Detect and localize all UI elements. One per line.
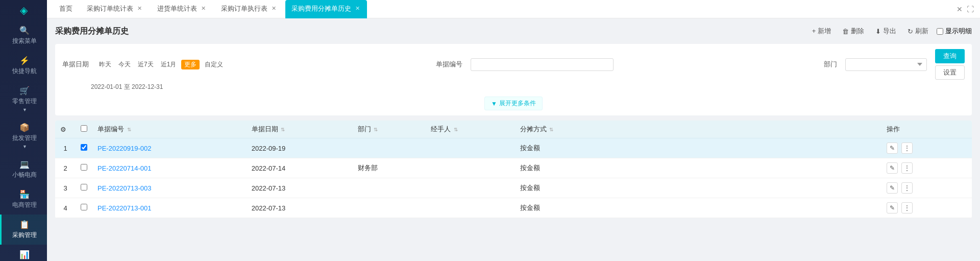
row-dept-2 — [353, 178, 426, 198]
row-docno-1[interactable]: PE-20220714-001 — [92, 158, 247, 178]
row-more-0[interactable]: ⋮ — [901, 143, 913, 154]
sort-dept[interactable]: ⇅ — [374, 127, 378, 132]
row-method-2: 按金额 — [515, 178, 881, 198]
row-date-2: 2022-07-13 — [247, 178, 353, 198]
row-edit-1[interactable]: ✎ — [887, 162, 898, 174]
tab-purchase-exec[interactable]: 采购订单执行表 ✕ — [215, 0, 283, 18]
delete-button[interactable]: 🗑 删除 — [839, 25, 867, 38]
row-docno-0[interactable]: PE-20220919-002 — [92, 138, 247, 158]
wholesale-icon: 📦 — [19, 123, 30, 132]
row-dept-1: 财务部 — [353, 158, 426, 178]
th-method: 分摊方式 ⇅ — [515, 121, 881, 138]
sort-docno[interactable]: ⇅ — [127, 127, 131, 132]
sidebar-item-inventory[interactable]: 📊 库存核算 — [0, 245, 47, 261]
fullscreen-icon[interactable]: ⛶ — [967, 5, 974, 13]
date-label: 单据日期 — [62, 60, 89, 69]
row-dept-0 — [353, 138, 426, 158]
purchase-icon: 📋 — [19, 220, 30, 229]
sort-handler[interactable]: ⇅ — [454, 127, 458, 132]
th-checkbox[interactable] — [76, 121, 92, 138]
dept-select[interactable]: 财务部 — [845, 58, 927, 71]
tab-home[interactable]: 首页 — [53, 0, 79, 18]
filter-row-1: 单据日期 昨天 今天 近7天 近1月 更多 自定义 单据编号 部门 财务部 — [62, 49, 965, 80]
ecom-icon: 🏪 — [19, 189, 30, 199]
tab-purchase-cost-history[interactable]: 采购费用分摊单历史 ✕ — [285, 0, 367, 18]
row-more-1[interactable]: ⋮ — [901, 162, 913, 174]
shortcut-1month[interactable]: 近1月 — [159, 60, 179, 69]
sidebar-item-wholesale[interactable]: 📦 批发管理 ▼ — [0, 117, 47, 154]
row-more-3[interactable]: ⋮ — [901, 202, 913, 213]
row-handler-1 — [426, 158, 515, 178]
table-body: 1 PE-20220919-002 2022-09-19 按金额 ✎ ⋮ 2 P… — [55, 138, 972, 218]
sidebar-item-quicknav[interactable]: ⚡ 快捷导航 — [0, 51, 47, 81]
row-date-0: 2022-09-19 — [247, 138, 353, 158]
row-checkbox-1[interactable] — [76, 158, 92, 178]
shortcut-more[interactable]: 更多 — [181, 60, 200, 69]
settings-button[interactable]: 设置 — [935, 65, 965, 80]
row-handler-2 — [426, 178, 515, 198]
th-gear[interactable]: ⚙ — [55, 121, 76, 138]
shortcut-custom[interactable]: 自定义 — [203, 60, 225, 69]
table-row: 4 PE-20220713-001 2022-07-13 按金额 ✎ ⋮ — [55, 198, 972, 218]
row-ops-3: ✎ ⋮ — [881, 198, 972, 218]
row-checkbox-0[interactable] — [76, 138, 92, 158]
row-checkbox-3[interactable] — [76, 198, 92, 218]
expand-icon: ▼ — [491, 100, 497, 107]
row-method-0: 按金额 — [515, 138, 881, 158]
query-button[interactable]: 查询 — [935, 49, 965, 63]
sidebar: ◈ 🔍 搜索菜单 ⚡ 快捷导航 🛒 零售管理 ▼ 📦 批发管理 ▼ 💻 小畅电商… — [0, 0, 47, 261]
sidebar-item-ecommerce-small[interactable]: 💻 小畅电商 — [0, 154, 47, 184]
row-edit-0[interactable]: ✎ — [887, 143, 898, 154]
row-num-0: 1 — [55, 138, 76, 158]
show-columns-checkbox[interactable] — [937, 28, 943, 35]
page-title: 采购费用分摊单历史 — [55, 26, 129, 37]
row-num-3: 4 — [55, 198, 76, 218]
gear-icon[interactable]: ⚙ — [60, 126, 66, 133]
shortcut-7days[interactable]: 近7天 — [136, 60, 156, 69]
close-tab-4[interactable]: ✕ — [354, 5, 361, 12]
row-num-1: 2 — [55, 158, 76, 178]
retail-arrow: ▼ — [22, 107, 27, 112]
refresh-button[interactable]: ↻ 刷新 — [904, 25, 932, 38]
sidebar-item-purchase[interactable]: 📋 采购管理 — [0, 215, 47, 245]
row-method-1: 按金额 — [515, 158, 881, 178]
close-all-icon[interactable]: ✕ — [957, 5, 963, 13]
close-tab-2[interactable]: ✕ — [200, 5, 207, 12]
row-edit-3[interactable]: ✎ — [887, 202, 898, 213]
row-more-2[interactable]: ⋮ — [901, 182, 913, 194]
shortcut-today[interactable]: 今天 — [116, 60, 133, 69]
row-ops-2: ✎ ⋮ — [881, 178, 972, 198]
close-tab-1[interactable]: ✕ — [136, 5, 143, 12]
row-edit-2[interactable]: ✎ — [887, 182, 898, 194]
table-row: 2 PE-20220714-001 2022-07-14 财务部 按金额 ✎ ⋮ — [55, 158, 972, 178]
table-row: 3 PE-20220713-003 2022-07-13 按金额 ✎ ⋮ — [55, 178, 972, 198]
date-shortcuts: 昨天 今天 近7天 近1月 更多 自定义 — [97, 60, 225, 69]
row-docno-3[interactable]: PE-20220713-001 — [92, 198, 247, 218]
tab-actions: ✕ ⛶ — [957, 5, 974, 13]
tab-purchase-order-stats[interactable]: 采购订单统计表 ✕ — [81, 0, 149, 18]
export-button[interactable]: ⬇ 导出 — [872, 25, 899, 38]
sidebar-item-ecommerce[interactable]: 🏪 电商管理 — [0, 184, 47, 215]
row-ops-0: ✎ ⋮ — [881, 138, 972, 158]
select-all-checkbox[interactable] — [81, 125, 87, 132]
row-date-3: 2022-07-13 — [247, 198, 353, 218]
docno-input[interactable] — [471, 58, 614, 71]
add-button[interactable]: + 新增 — [809, 25, 834, 38]
quick-icon: ⚡ — [19, 56, 30, 65]
th-actions: 操作 — [881, 121, 972, 138]
expand-button[interactable]: ▼ 展开更多条件 — [484, 97, 543, 110]
sort-method[interactable]: ⇅ — [549, 127, 553, 132]
row-method-3: 按金额 — [515, 198, 881, 218]
tab-purchase-goods-stats[interactable]: 进货单统计表 ✕ — [151, 0, 213, 18]
sidebar-item-retail[interactable]: 🛒 零售管理 ▼ — [0, 81, 47, 117]
table-header-row: ⚙ 单据编号 ⇅ 单据日期 ⇅ 部门 ⇅ — [55, 121, 972, 138]
data-table: ⚙ 单据编号 ⇅ 单据日期 ⇅ 部门 ⇅ — [55, 121, 972, 218]
row-docno-2[interactable]: PE-20220713-003 — [92, 178, 247, 198]
close-tab-3[interactable]: ✕ — [271, 5, 277, 12]
sort-date[interactable]: ⇅ — [281, 127, 285, 132]
shortcut-yesterday[interactable]: 昨天 — [97, 60, 113, 69]
sidebar-item-search[interactable]: 🔍 搜索菜单 — [0, 20, 47, 51]
small-ecom-icon: 💻 — [19, 159, 30, 169]
show-columns-toggle[interactable]: 显示明细 — [937, 27, 972, 36]
row-checkbox-2[interactable] — [76, 178, 92, 198]
